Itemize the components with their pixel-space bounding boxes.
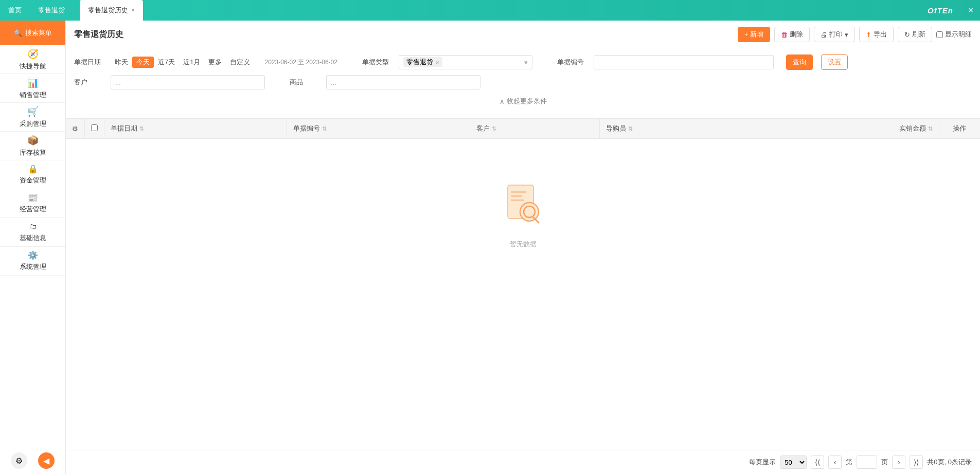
date-btn-7days[interactable]: 近7天 [154,57,179,68]
page-label-post: 页 [881,458,888,467]
tab-retail-return-close[interactable]: × [68,7,72,14]
per-page-label: 每页显示 [749,458,776,467]
query-button[interactable]: 查询 [786,54,813,70]
show-detail-label: 显示明细 [945,30,972,39]
th-amount-label: 实销金额 [899,124,926,133]
empty-state: 暂无数据 [66,139,980,290]
sidebar-bottom: ⚙ ◀ [0,447,65,474]
th-customer[interactable]: 客户 ⇅ [470,119,600,139]
print-button[interactable]: 🖨 打印 ▾ [814,27,855,42]
th-number[interactable]: 单据编号 ⇅ [287,119,470,139]
sidebar-search[interactable]: 🔍 搜索菜单 [0,21,65,45]
column-settings-icon[interactable]: ⚙ [72,125,78,133]
tab-retail-return-history[interactable]: 零售退货历史 × [80,0,143,21]
sidebar-item-finance[interactable]: 🔒 资金管理 [0,160,65,189]
quick-nav-icon: 🧭 [27,48,39,60]
page-title: 零售退货历史 [74,29,123,40]
date-btn-1month[interactable]: 近1月 [179,57,204,68]
th-settings[interactable]: ⚙ [66,119,85,139]
window-close-button[interactable]: × [961,1,980,20]
date-btn-today[interactable]: 今天 [132,57,154,68]
th-date[interactable]: 单据日期 ⇅ [104,119,287,139]
th-amount-sort-icon: ⇅ [928,125,933,132]
page-header: 零售退货历史 + 新增 🗑 删除 🖨 打印 ▾ ⬆ 导出 [66,21,980,119]
main-layout: 🔍 搜索菜单 🧭 快捷导航 📊 销售管理 🛒 采购管理 📦 库存核算 🔒 资金管… [0,21,980,474]
tab-home[interactable]: 首页 [0,0,30,21]
sidebar-item-inventory[interactable]: 📦 库存核算 [0,132,65,160]
settings-button[interactable]: 设置 [821,54,848,70]
show-detail-checkbox-label[interactable]: 显示明细 [936,30,972,39]
add-button[interactable]: + 新增 [738,27,770,42]
th-guide-sort-icon: ⇅ [628,125,633,132]
settings-bottom-button[interactable]: ⚙ [11,452,27,469]
customer-dots: ... [115,79,121,86]
doc-type-tag-remove[interactable]: × [435,59,439,66]
th-customer-label: 客户 [476,124,490,133]
show-detail-checkbox[interactable] [936,31,943,38]
th-actions: 操作 [939,119,980,139]
sidebar-item-system-label: 系统管理 [20,262,46,271]
operations-icon: 📰 [28,193,38,203]
th-actions-label: 操作 [953,124,966,132]
th-guide-label: 导购员 [606,124,626,133]
sidebar-item-sales-label: 销售管理 [20,90,46,100]
collapse-label: 收起更多条件 [507,97,547,106]
tab-retail-return[interactable]: 零售退货 × [30,0,80,21]
last-page-button[interactable]: ⟩⟩ [910,455,923,469]
sidebar-item-quick-nav[interactable]: 🧭 快捷导航 [0,45,65,74]
doc-type-filter-label: 单据类型 [362,58,390,67]
select-all-checkbox[interactable] [91,124,98,131]
th-checkbox[interactable] [85,119,104,139]
toolbar: + 新增 🗑 删除 🖨 打印 ▾ ⬆ 导出 ↻ [738,27,972,42]
page-number-input[interactable]: 1 [857,455,877,469]
doc-type-select[interactable]: 零售退货 × ▾ [399,55,532,69]
first-page-button[interactable]: ⟨⟨ [811,455,824,469]
doc-number-filter-label: 单据编号 [557,58,585,67]
svg-point-4 [520,203,539,221]
refresh-icon: ↻ [904,31,910,39]
doc-number-input[interactable] [594,55,774,69]
per-page-select[interactable]: 20 50 100 [780,455,807,469]
th-guide[interactable]: 导购员 ⇅ [600,119,756,139]
top-bar-right: OfTEn [928,6,961,15]
tab-retail-return-history-close[interactable]: × [131,7,135,14]
collapse-icon: ∧ [500,98,505,105]
th-number-label: 单据编号 [293,124,320,133]
next-page-button[interactable]: › [892,455,905,469]
data-table: ⚙ 单据日期 ⇅ 单据编号 [66,119,980,139]
sidebar-item-finance-label: 资金管理 [20,176,46,185]
tab-retail-return-label: 零售退货 [38,6,65,15]
print-icon: 🖨 [821,31,827,39]
sidebar-item-purchase[interactable]: 🛒 采购管理 [0,103,65,132]
audio-bottom-button[interactable]: ◀ [38,452,55,469]
filter-row-1: 单据日期 昨天 今天 近7天 近1月 更多 自定义 2023-06-02 至 2… [74,54,972,70]
refresh-button[interactable]: ↻ 刷新 [898,27,932,42]
sidebar-item-sales[interactable]: 📊 销售管理 [0,74,65,103]
table-header-row: ⚙ 单据日期 ⇅ 单据编号 [66,119,980,139]
basic-info-icon: 🗂 [29,222,37,231]
th-date-sort-icon: ⇅ [139,125,144,132]
sidebar-item-system[interactable]: ⚙️ 系统管理 [0,247,65,276]
content-area: 零售退货历史 + 新增 🗑 删除 🖨 打印 ▾ ⬆ 导出 [66,21,980,474]
page-title-row: 零售退货历史 + 新增 🗑 删除 🖨 打印 ▾ ⬆ 导出 [74,27,972,42]
filter-area: 单据日期 昨天 今天 近7天 近1月 更多 自定义 2023-06-02 至 2… [74,48,972,118]
tab-home-label: 首页 [8,6,22,15]
delete-button[interactable]: 🗑 删除 [774,27,810,42]
sidebar-item-purchase-label: 采购管理 [20,119,46,129]
export-button[interactable]: ⬆ 导出 [859,27,894,42]
date-btn-more[interactable]: 更多 [204,57,226,68]
sidebar-item-operations[interactable]: 📰 经营管理 [0,189,65,218]
goods-input[interactable]: ... [326,75,480,89]
customer-input[interactable]: ... [111,75,265,89]
svg-rect-1 [511,191,526,193]
prev-page-button[interactable]: ‹ [828,455,842,469]
th-amount[interactable]: 实销金额 ⇅ [756,119,939,139]
date-btn-custom[interactable]: 自定义 [226,57,254,68]
goods-filter-label: 商品 [290,78,318,87]
sidebar-item-basic-info[interactable]: 🗂 基础信息 [0,218,65,247]
total-label: 共0页, 0条记录 [927,458,972,467]
date-btn-yesterday[interactable]: 昨天 [111,57,132,68]
collapse-filter-button[interactable]: ∧ 收起更多条件 [500,97,547,106]
page-label-pre: 第 [846,458,852,467]
goods-dots: ... [331,79,336,86]
